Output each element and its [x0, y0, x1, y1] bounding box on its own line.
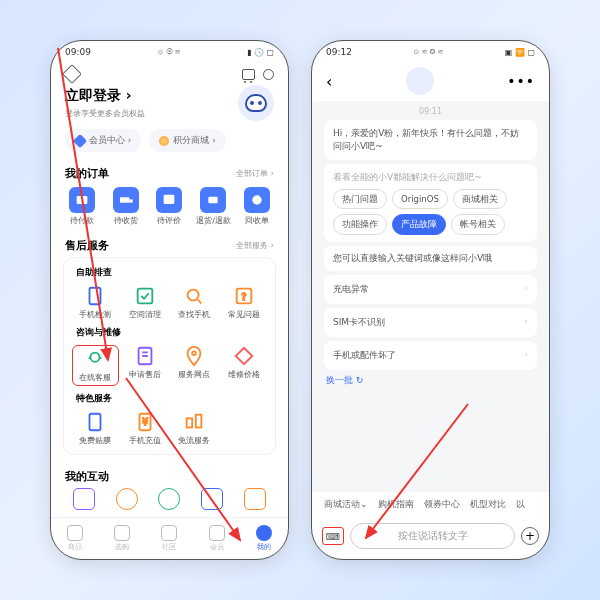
svg-rect-6 — [90, 288, 101, 305]
inter-5[interactable] — [244, 488, 266, 510]
tag-fault[interactable]: 产品故障 — [392, 214, 446, 234]
inter-row — [51, 486, 288, 514]
tag-mall[interactable]: 商城相关 — [453, 189, 507, 209]
tag-hot[interactable]: 热门问题 — [333, 189, 387, 209]
tab-comm[interactable]: 社区 — [161, 525, 177, 552]
status-right: ▣ 🛜 ▢ — [505, 48, 535, 57]
status-bar: 09:09 ◎ ⦿ ≋ ▮ 🕓 ▢ — [51, 41, 288, 63]
messages-icon[interactable] — [263, 69, 274, 80]
svc-online-cs[interactable]: 在线客服 — [72, 345, 119, 386]
section-inter: 我的互动 — [51, 463, 288, 486]
voice-input[interactable]: 按住说话转文字 — [350, 523, 515, 549]
svg-rect-0 — [76, 196, 87, 204]
after-all[interactable]: 全部服务 › — [236, 240, 274, 251]
topic-activity[interactable]: 商城活动⌄ — [324, 498, 368, 511]
status-icons: ⊙ ≋ ✪ ≋ — [413, 48, 443, 56]
tag-account[interactable]: 帐号相关 — [451, 214, 505, 234]
chat-timestamp: 09:11 — [312, 107, 549, 116]
phone-left: 09:09 ◎ ⦿ ≋ ▮ 🕓 ▢ 立即登录 › 登录享受更多会员权益 会员中心… — [50, 40, 289, 560]
svg-point-8 — [188, 290, 199, 301]
heart-icon — [67, 525, 83, 541]
status-icons: ◎ ⦿ ≋ — [157, 48, 180, 56]
order-recycle[interactable]: 回收单 — [237, 187, 278, 226]
svc-price[interactable]: 维修价格 — [220, 345, 267, 386]
bubble-greeting: Hi，亲爱的V粉，新年快乐！有什么问题，不妨问问小V吧~ — [324, 120, 537, 160]
svg-rect-1 — [120, 197, 129, 202]
svc-find[interactable]: 查找手机 — [171, 285, 218, 320]
user-icon — [256, 525, 272, 541]
orders-row: 待付款 待收货 待评价 退货/退款 回收单 — [51, 183, 288, 232]
svc-clean[interactable]: 空间清理 — [121, 285, 168, 320]
topic-coupon[interactable]: 领券中心 — [424, 498, 460, 511]
svc-check[interactable]: 手机检测 — [72, 285, 119, 320]
q-charging[interactable]: 充电异常› — [324, 275, 537, 304]
chevron-right-icon: › — [524, 316, 528, 329]
keyboard-icon[interactable]: ⌨ — [322, 527, 344, 545]
orders-all[interactable]: 全部订单 › — [236, 168, 274, 179]
svg-rect-18 — [196, 415, 202, 428]
topic-scroll[interactable]: 商城活动⌄ 购机指南 领券中心 机型对比 以 — [312, 492, 549, 517]
chevron-right-icon: › — [524, 349, 528, 362]
chat-avatar[interactable] — [406, 67, 434, 95]
svc-faq[interactable]: ?常见问题 — [220, 285, 267, 320]
svg-rect-2 — [129, 199, 132, 202]
svg-text:¥: ¥ — [142, 417, 147, 427]
login-subtitle: 登录享受更多会员权益 — [65, 108, 145, 119]
diamond-icon — [209, 525, 225, 541]
tab-shop[interactable]: 商品 — [67, 525, 83, 552]
refresh-link[interactable]: 换一批 ↻ — [326, 374, 535, 387]
top-controls — [51, 63, 288, 83]
order-review[interactable]: 待评价 — [149, 187, 190, 226]
topic-cut[interactable]: 以 — [516, 498, 525, 511]
status-right: ▮ 🕓 ▢ — [247, 48, 274, 57]
inter-3[interactable] — [158, 488, 180, 510]
svc-film[interactable]: 免费贴膜 — [72, 411, 119, 446]
section-orders: 我的订单全部订单 › — [51, 160, 288, 183]
svg-point-13 — [192, 351, 196, 355]
status-time: 09:09 — [65, 47, 91, 57]
svc-location[interactable]: 服务网点 — [171, 345, 218, 386]
q-sim[interactable]: SIM卡不识别› — [324, 308, 537, 337]
input-bar: ⌨ 按住说话转文字 + — [312, 517, 549, 559]
tab-buy[interactable]: 选购 — [114, 525, 130, 552]
avatar[interactable] — [238, 85, 274, 121]
status-time: 09:12 — [326, 47, 352, 57]
svg-text:?: ? — [241, 291, 246, 302]
after-g1-title: 自助排查 — [68, 264, 271, 283]
chip-member[interactable]: 会员中心 › — [65, 129, 141, 152]
tag-os[interactable]: OriginOS — [392, 189, 448, 209]
svc-apply[interactable]: 申请售后 — [121, 345, 168, 386]
svc-recharge[interactable]: ¥手机充值 — [121, 411, 168, 446]
svc-data[interactable]: 免流服务 — [171, 411, 218, 446]
chevron-right-icon: › — [524, 283, 528, 296]
plus-icon[interactable]: + — [521, 527, 539, 545]
order-pending-pay[interactable]: 待付款 — [61, 187, 102, 226]
svg-point-5 — [253, 195, 262, 204]
phone-right: 09:12 ⊙ ≋ ✪ ≋ ▣ 🛜 ▢ ‹ ••• 09:11 Hi，亲爱的V粉… — [311, 40, 550, 560]
after-g3-title: 特色服务 — [68, 390, 271, 409]
inter-1[interactable] — [73, 488, 95, 510]
diamond-icon — [73, 133, 87, 147]
topic-compare[interactable]: 机型对比 — [470, 498, 506, 511]
section-after: 售后服务全部服务 › — [51, 232, 288, 255]
tag-func[interactable]: 功能操作 — [333, 214, 387, 234]
svg-rect-4 — [209, 197, 218, 204]
login-block[interactable]: 立即登录 › 登录享受更多会员权益 — [51, 83, 288, 129]
back-icon[interactable]: ‹ — [326, 72, 332, 91]
svg-rect-17 — [187, 418, 193, 427]
topic-guide[interactable]: 购机指南 — [378, 498, 414, 511]
svg-rect-3 — [164, 195, 175, 204]
coin-icon — [159, 136, 169, 146]
cart-icon[interactable] — [242, 69, 255, 80]
order-shipping[interactable]: 待收货 — [105, 187, 146, 226]
svg-rect-14 — [90, 414, 101, 431]
inter-4[interactable] — [201, 488, 223, 510]
chip-points[interactable]: 积分商城 › — [149, 129, 225, 152]
tab-member[interactable]: 会员 — [209, 525, 225, 552]
tab-mine[interactable]: 我的 — [256, 525, 272, 552]
settings-icon[interactable] — [62, 64, 82, 84]
inter-2[interactable] — [116, 488, 138, 510]
more-icon[interactable]: ••• — [507, 73, 535, 89]
q-broken[interactable]: 手机或配件坏了› — [324, 341, 537, 370]
order-refund[interactable]: 退货/退款 — [193, 187, 234, 226]
